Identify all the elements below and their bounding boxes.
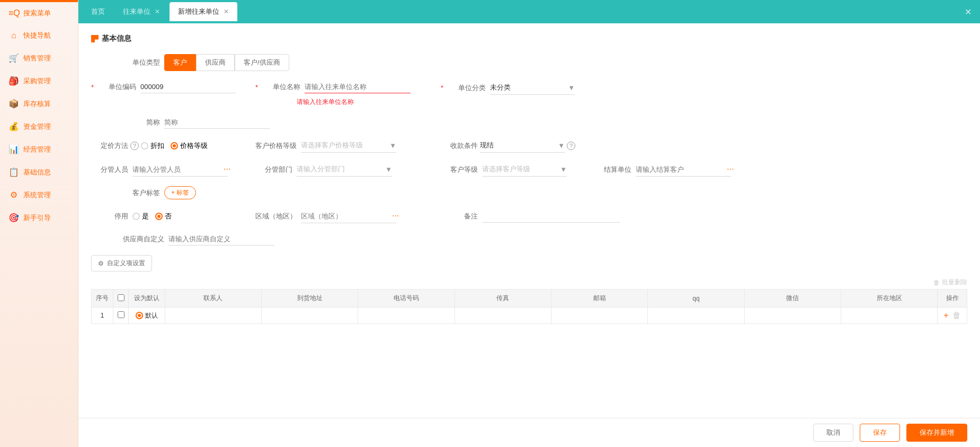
- shortname-row: 简称: [123, 116, 967, 129]
- tab-home[interactable]: 首页: [83, 2, 113, 21]
- unit-code-group: * 单位编码: [91, 81, 239, 93]
- cell-fax: [455, 308, 551, 324]
- supplier-custom-row: 供应商自定义: [123, 233, 967, 246]
- customer-price-level-group: 客户价格等级 请选择客户价格等级 ▼: [255, 138, 425, 153]
- unit-name-error: 请输入往来单位名称: [297, 98, 354, 106]
- radio-price-level[interactable]: 价格等级: [171, 141, 208, 151]
- save-button[interactable]: 保存: [860, 424, 900, 442]
- add-row-btn[interactable]: +: [942, 311, 949, 320]
- guide-icon: 🎯: [8, 213, 19, 223]
- sidebar-item-sales[interactable]: 🛒 销售管理: [0, 47, 78, 69]
- unit-category-select[interactable]: 未分类 ▼: [490, 81, 575, 95]
- col-email: 邮箱: [551, 290, 648, 308]
- col-default: 设为默认: [129, 290, 165, 308]
- radio-yes[interactable]: 是: [132, 212, 149, 221]
- phone-input[interactable]: [361, 312, 451, 319]
- region-input[interactable]: [301, 212, 390, 220]
- radio-yes-circle: [132, 213, 140, 220]
- close-partner-tab[interactable]: ✕: [155, 8, 160, 15]
- fax-input[interactable]: [458, 312, 548, 319]
- payment-terms-group: 收款条件 现结 ▼ ?: [441, 138, 575, 153]
- delete-row-btn[interactable]: 🗑: [951, 311, 962, 320]
- cell-checkbox: [113, 308, 129, 324]
- unit-type-group: 单位类型 客户 供应商 客户/供应商: [123, 54, 967, 71]
- close-new-partner-tab[interactable]: ✕: [224, 8, 229, 15]
- tab-new-partner[interactable]: 新增往来单位 ✕: [170, 2, 237, 21]
- customer-level-select[interactable]: 请选择客户等级 ▼: [482, 162, 567, 177]
- search-icon: ≡Q: [8, 8, 19, 18]
- dept-group: 分管部门 请输入分管部门 ▼: [255, 162, 425, 177]
- col-address: 到货地址: [262, 290, 358, 308]
- cell-contact: [165, 308, 261, 324]
- unit-type-buttons: 客户 供应商 客户/供应商: [164, 54, 289, 71]
- footer: 取消 保存 保存并新增: [78, 418, 980, 447]
- disabled-row: 停用 是 否 区域（地区）: [91, 209, 967, 223]
- dept-select[interactable]: 请输入分管部门 ▼: [297, 162, 392, 177]
- settlement-input[interactable]: [636, 165, 725, 173]
- shortname-input[interactable]: [164, 116, 270, 129]
- cell-action: + 🗑: [938, 308, 967, 324]
- sidebar-item-operation[interactable]: 📊 经营管理: [0, 138, 78, 161]
- col-phone: 电话号码: [358, 290, 455, 308]
- manager-row: 分管人员 ··· 分管部门 请输入分管部门 ▼ 客户等级 请选择客户等级 ▼: [91, 162, 967, 177]
- region-cell-input[interactable]: [844, 312, 934, 319]
- custom-settings-button[interactable]: ⚙ 自定义项设置: [91, 255, 152, 271]
- basic-icon: 📋: [8, 167, 19, 177]
- tab-partner[interactable]: 往来单位 ✕: [114, 2, 168, 21]
- payment-terms-label: 收款条件: [441, 141, 478, 151]
- flag-icon: [91, 35, 99, 42]
- unit-btn-supplier[interactable]: 供应商: [196, 54, 235, 71]
- radio-discount[interactable]: 折扣: [141, 141, 164, 151]
- payment-help-icon[interactable]: ?: [567, 142, 575, 150]
- qq-input[interactable]: [651, 312, 741, 319]
- settlement-group: 结算单位 ···: [594, 162, 731, 177]
- settlement-more-btn[interactable]: ···: [725, 164, 736, 174]
- sidebar-item-finance[interactable]: 💰 资金管理: [0, 115, 78, 138]
- sidebar-item-inventory[interactable]: 📦 库存核算: [0, 92, 78, 115]
- manager-input[interactable]: [132, 165, 221, 173]
- shortname-group: 简称: [123, 116, 967, 129]
- payment-terms-select[interactable]: 现结 ▼: [480, 138, 565, 153]
- unit-name-input[interactable]: [305, 81, 411, 93]
- region-more-btn[interactable]: ···: [390, 211, 401, 221]
- contacts-table: 序号 设为默认 联系人 到货地址 电话号码 传真 邮箱 qq 微信 所在地区 操…: [91, 289, 967, 324]
- email-input[interactable]: [555, 312, 644, 319]
- sidebar-item-system[interactable]: ⚙ 系统管理: [0, 183, 78, 206]
- unit-category-group: * 单位分类 未分类 ▼: [441, 81, 589, 95]
- cell-region: [841, 308, 937, 324]
- main-area: 首页 往来单位 ✕ 新增往来单位 ✕ ✕ 基本信息 单位类型 客户 供应商: [78, 0, 980, 447]
- supplier-custom-group: 供应商自定义: [123, 233, 967, 246]
- radio-no[interactable]: 否: [155, 212, 172, 221]
- batch-delete-label[interactable]: 批量删除: [942, 278, 967, 287]
- cell-wechat: [744, 308, 841, 324]
- close-all-tabs[interactable]: ✕: [960, 5, 976, 19]
- pricing-help-icon[interactable]: ?: [130, 142, 139, 150]
- unit-btn-both[interactable]: 客户/供应商: [235, 54, 289, 71]
- manager-more-btn[interactable]: ···: [221, 164, 233, 174]
- row-checkbox[interactable]: [118, 311, 124, 318]
- default-radio[interactable]: 默认: [132, 311, 161, 320]
- col-action: 操作: [938, 290, 967, 308]
- sidebar-item-quicknav[interactable]: ⌂ 快捷导航: [0, 24, 78, 47]
- unit-code-input[interactable]: [140, 81, 236, 93]
- inventory-icon: 📦: [8, 99, 19, 109]
- add-tag-button[interactable]: + 标签: [164, 186, 196, 199]
- remark-input[interactable]: [482, 210, 620, 223]
- supplier-custom-input[interactable]: [168, 233, 274, 246]
- content-area: 基本信息 单位类型 客户 供应商 客户/供应商 * 单位编码 *: [78, 23, 980, 418]
- wechat-input[interactable]: [748, 312, 838, 319]
- region-label: 区域（地区）: [255, 212, 297, 221]
- sidebar-item-basic[interactable]: 📋 基础信息: [0, 161, 78, 183]
- sidebar-item-guide[interactable]: 🎯 新手引导: [0, 206, 78, 229]
- select-all-checkbox[interactable]: [118, 294, 124, 301]
- customer-price-level-select[interactable]: 请选择客户价格等级 ▼: [301, 138, 396, 153]
- address-input[interactable]: [265, 312, 354, 319]
- supplier-custom-label: 供应商自定义: [123, 234, 164, 244]
- contact-input[interactable]: [168, 312, 258, 319]
- price-level-dropdown-icon: ▼: [389, 142, 396, 150]
- sidebar-item-purchase[interactable]: 🎒 采购管理: [0, 69, 78, 92]
- cancel-button[interactable]: 取消: [813, 424, 853, 442]
- unit-btn-customer[interactable]: 客户: [164, 54, 196, 71]
- save-and-new-button[interactable]: 保存并新增: [906, 424, 967, 442]
- sidebar-item-search[interactable]: ≡Q 搜索菜单: [0, 2, 78, 24]
